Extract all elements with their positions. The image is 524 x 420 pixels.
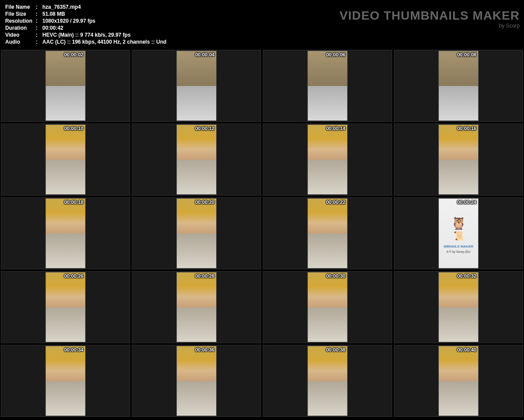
thumb-region-bottom <box>439 307 478 342</box>
timestamp-overlay: 00:00:36 <box>195 347 214 352</box>
thumbnail-cell[interactable]: 00:00:18 <box>1 197 130 269</box>
timestamp-overlay: 00:00:10 <box>64 126 83 131</box>
meta-label: Audio <box>5 38 36 45</box>
thumbnail-cell[interactable]: 00:00:32 <box>394 271 523 343</box>
thumbnail-image: 00:00:12 <box>176 124 217 195</box>
meta-sep: : <box>36 38 42 45</box>
meta-sep: : <box>36 10 42 17</box>
meta-video: Video : HEVC (Main) :: 9 774 kb/s, 29.97… <box>5 31 519 38</box>
thumbnail-image: 00:00:04 <box>176 51 217 121</box>
thumbnail-image: 00:00:38 <box>307 346 348 416</box>
thumbnail-image: 🦉📜MBNAILS MAKERit © by Scorp (SU00:00:24 <box>438 198 479 269</box>
timestamp-overlay: 00:00:18 <box>64 200 83 205</box>
thumbnail-cell[interactable]: 00:00:12 <box>132 124 261 196</box>
watermark-sub: by Scorp <box>340 23 520 29</box>
thumbnail-cell[interactable]: 00:00:38 <box>263 345 392 417</box>
thumbnail-image: 00:00:02 <box>45 51 86 121</box>
thumbnail-image: 00:00:32 <box>438 272 479 342</box>
thumbnail-image: 00:00:10 <box>45 124 86 195</box>
thumbnail-cell[interactable]: 00:00:04 <box>132 50 261 122</box>
thumbnail-cell[interactable]: 00:00:30 <box>263 271 392 343</box>
meta-label: File Name <box>5 3 36 10</box>
thumbnail-image: 00:00:06 <box>307 51 348 121</box>
thumb-region-bottom <box>177 160 216 195</box>
thumb-region-bottom <box>46 86 85 121</box>
watermark-title: VIDEO THUMBNAILS MAKER <box>340 9 520 23</box>
timestamp-overlay: 00:00:24 <box>457 200 476 205</box>
timestamp-overlay: 00:00:16 <box>457 126 476 131</box>
thumbnail-grid: 00:00:0200:00:0400:00:0600:00:0800:00:10… <box>0 49 524 418</box>
timestamp-overlay: 00:00:26 <box>64 273 83 279</box>
brand-text: MBNAILS MAKER <box>439 244 478 248</box>
meta-label: File Size <box>5 10 36 17</box>
thumbnail-cell[interactable]: 00:00:36 <box>132 345 261 417</box>
thumb-region-bottom <box>177 234 216 269</box>
thumb-region-bottom <box>46 381 85 416</box>
timestamp-overlay: 00:00:28 <box>195 273 214 279</box>
thumbnail-cell[interactable]: 00:00:08 <box>394 50 523 122</box>
meta-value: HEVC (Main) :: 9 774 kb/s, 29.97 fps <box>42 31 131 38</box>
thumbnail-image: 00:00:40 <box>438 346 479 416</box>
thumbnail-cell[interactable]: 00:00:20 <box>132 197 261 269</box>
meta-label: Video <box>5 31 36 38</box>
meta-sep: : <box>36 17 42 24</box>
thumbnail-cell[interactable]: 00:00:22 <box>263 197 392 269</box>
thumb-region-bottom <box>46 234 85 269</box>
thumb-region-bottom <box>308 307 347 342</box>
thumbnail-cell[interactable]: 00:00:02 <box>1 50 130 122</box>
thumbnail-cell[interactable]: 00:00:16 <box>394 124 523 196</box>
timestamp-overlay: 00:00:22 <box>326 200 345 205</box>
thumbnail-image: 00:00:20 <box>176 198 217 269</box>
thumbnail-cell[interactable]: 00:00:40 <box>394 345 523 417</box>
metadata-header: File Name : hza_76357.mp4 File Size : 51… <box>0 0 524 49</box>
timestamp-overlay: 00:00:12 <box>195 126 214 131</box>
timestamp-overlay: 00:00:08 <box>457 52 476 57</box>
thumbnail-image: 00:00:28 <box>176 272 217 342</box>
thumb-region-bottom <box>177 307 216 342</box>
thumbnail-image: 00:00:26 <box>45 272 86 342</box>
thumb-region-bottom <box>308 381 347 416</box>
meta-label: Duration <box>5 24 36 31</box>
timestamp-overlay: 00:00:40 <box>457 347 476 352</box>
meta-value: 00:00:42 <box>42 24 63 31</box>
thumbnail-cell[interactable]: 00:00:34 <box>1 345 130 417</box>
thumbnail-cell[interactable]: 🦉📜MBNAILS MAKERit © by Scorp (SU00:00:24 <box>394 197 523 269</box>
timestamp-overlay: 00:00:38 <box>326 347 345 352</box>
meta-sep: : <box>36 3 42 10</box>
meta-sep: : <box>36 31 42 38</box>
thumbnail-cell[interactable]: 00:00:14 <box>263 124 392 196</box>
thumb-region-bottom <box>308 234 347 269</box>
meta-audio: Audio : AAC (LC) :: 196 kbps, 44100 Hz, … <box>5 38 519 45</box>
thumbnail-cell[interactable]: 00:00:26 <box>1 271 130 343</box>
thumbnail-image: 00:00:16 <box>438 124 479 195</box>
thumb-region-bottom <box>439 381 478 416</box>
thumbnail-cell[interactable]: 00:00:06 <box>263 50 392 122</box>
thumb-region-bottom <box>308 160 347 195</box>
copyright-text: it © by Scorp (SU <box>439 250 478 253</box>
timestamp-overlay: 00:00:32 <box>457 273 476 279</box>
timestamp-overlay: 00:00:30 <box>326 273 345 279</box>
scroll-icon: 📜 <box>439 231 478 241</box>
meta-label: Resolution <box>5 17 36 24</box>
thumbnail-cell[interactable]: 00:00:10 <box>1 124 130 196</box>
thumbnail-image: 00:00:08 <box>438 51 479 121</box>
meta-value: 1080x1920 / 29.97 fps <box>42 17 95 24</box>
timestamp-overlay: 00:00:04 <box>195 52 214 57</box>
thumbnail-image: 00:00:36 <box>176 346 217 416</box>
timestamp-overlay: 00:00:34 <box>64 347 83 352</box>
meta-value: AAC (LC) :: 196 kbps, 44100 Hz, 2 channe… <box>42 38 166 45</box>
watermark: VIDEO THUMBNAILS MAKER by Scorp <box>340 9 520 29</box>
thumbnail-image: 00:00:22 <box>307 198 348 269</box>
thumbnail-image: 00:00:18 <box>45 198 86 269</box>
thumb-region-bottom <box>46 160 85 195</box>
thumbnail-image: 00:00:30 <box>307 272 348 342</box>
timestamp-overlay: 00:00:20 <box>195 200 214 205</box>
thumbnail-image: 00:00:14 <box>307 124 348 195</box>
thumbnail-image: 00:00:34 <box>45 346 86 416</box>
thumbnail-cell[interactable]: 00:00:28 <box>132 271 261 343</box>
meta-value: 51.08 MB <box>42 10 65 17</box>
thumb-region-bottom <box>46 307 85 342</box>
owl-icon: 🦉 <box>439 216 478 231</box>
thumb-region-bottom <box>308 86 347 121</box>
thumb-region-bottom <box>439 160 478 195</box>
